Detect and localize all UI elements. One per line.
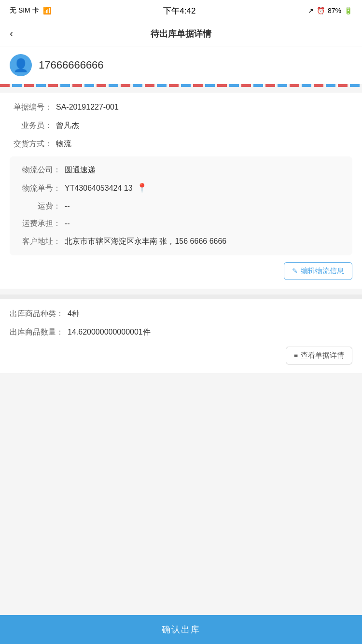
status-left: 无 SIM 卡 📶 — [10, 6, 51, 15]
status-time: 下午4:42 — [163, 5, 195, 16]
view-detail-button[interactable]: ≡ 查看单据详情 — [286, 347, 352, 364]
product-quantity-value: 14.620000000000001件 — [68, 326, 352, 338]
product-stats-section: 出库商品种类： 4种 出库商品数量： 14.620000000000001件 — [0, 299, 362, 345]
location-icon: ↗ — [308, 7, 314, 14]
carrier-text: 无 SIM 卡 — [10, 6, 39, 15]
address-row: 客户地址： 北京市市辖区海淀区永丰南 张，156 6666 6666 — [18, 235, 344, 248]
status-bar: 无 SIM 卡 📶 下午4:42 ↗ ⏰ 87% 🔋 — [0, 0, 362, 21]
user-icon: 👤 — [13, 58, 28, 73]
product-quantity-row: 出库商品数量： 14.620000000000001件 — [10, 326, 352, 338]
document-number-value: SA-20191227-001 — [56, 101, 352, 113]
product-category-value: 4种 — [68, 308, 352, 320]
logistics-company-row: 物流公司： 圆通速递 — [18, 164, 344, 176]
back-button[interactable]: ‹ — [10, 24, 17, 44]
battery-icon: 🔋 — [344, 7, 352, 14]
dashed-divider — [0, 84, 362, 87]
tracking-number-value: YT43064053424 13 📍 — [65, 182, 344, 195]
freight-bearer-row: 运费承担： -- — [18, 218, 344, 229]
delivery-method-value: 物流 — [56, 138, 352, 150]
list-icon: ≡ — [294, 351, 298, 359]
delivery-method-label: 交货方式： — [10, 138, 52, 150]
map-pin-icon[interactable]: 📍 — [137, 182, 147, 195]
document-number-row: 单据编号： SA-20191227-001 — [10, 101, 352, 113]
basic-info-section: 单据编号： SA-20191227-001 业务员： 曾凡杰 交货方式： 物流 … — [0, 93, 362, 289]
freight-value: -- — [65, 200, 344, 212]
gray-separator — [0, 294, 362, 299]
freight-bearer-value: -- — [65, 218, 344, 229]
product-quantity-label: 出库商品数量： — [10, 326, 64, 338]
logistics-card: 物流公司： 圆通速递 物流单号： YT43064053424 13 📍 运费： … — [10, 156, 352, 255]
edit-logistics-button[interactable]: ✎ 编辑物流信息 — [284, 262, 352, 280]
tracking-number-label: 物流单号： — [18, 182, 61, 194]
product-category-row: 出库商品种类： 4种 — [10, 308, 352, 320]
address-label: 客户地址： — [18, 236, 61, 247]
product-category-label: 出库商品种类： — [10, 308, 64, 320]
alarm-icon: ⏰ — [317, 7, 325, 14]
tracking-number-row: 物流单号： YT43064053424 13 📍 — [18, 182, 344, 195]
view-detail-label: 查看单据详情 — [301, 351, 344, 360]
freight-row: 运费： -- — [18, 200, 344, 212]
view-detail-row: ≡ 查看单据详情 — [0, 345, 362, 373]
delivery-method-row: 交货方式： 物流 — [10, 138, 352, 150]
edit-logistics-label: 编辑物流信息 — [301, 266, 344, 276]
freight-bearer-label: 运费承担： — [18, 218, 61, 229]
avatar: 👤 — [10, 54, 32, 76]
sales-person-value: 曾凡杰 — [56, 120, 352, 131]
confirm-button-label: 确认出库 — [162, 624, 200, 635]
wifi-icon: 📶 — [43, 7, 51, 14]
sales-person-row: 业务员： 曾凡杰 — [10, 120, 352, 131]
freight-label: 运费： — [18, 200, 61, 212]
edit-btn-row: ✎ 编辑物流信息 — [10, 262, 352, 280]
battery-text: 87% — [328, 7, 341, 14]
confirm-bar[interactable]: 确认出库 — [0, 615, 362, 644]
status-right: ↗ ⏰ 87% 🔋 — [308, 7, 352, 14]
customer-header: 👤 17666666666 — [0, 46, 362, 84]
edit-icon: ✎ — [292, 267, 298, 275]
document-number-label: 单据编号： — [10, 101, 52, 113]
address-value: 北京市市辖区海淀区永丰南 张，156 6666 6666 — [65, 235, 344, 248]
logistics-company-value: 圆通速递 — [65, 164, 344, 176]
bottom-spacer — [0, 373, 362, 441]
logistics-company-label: 物流公司： — [18, 164, 61, 176]
page-title: 待出库单据详情 — [151, 28, 211, 40]
customer-phone: 17666666666 — [39, 59, 104, 71]
sales-person-label: 业务员： — [10, 120, 52, 131]
nav-bar: ‹ 待出库单据详情 — [0, 21, 362, 46]
